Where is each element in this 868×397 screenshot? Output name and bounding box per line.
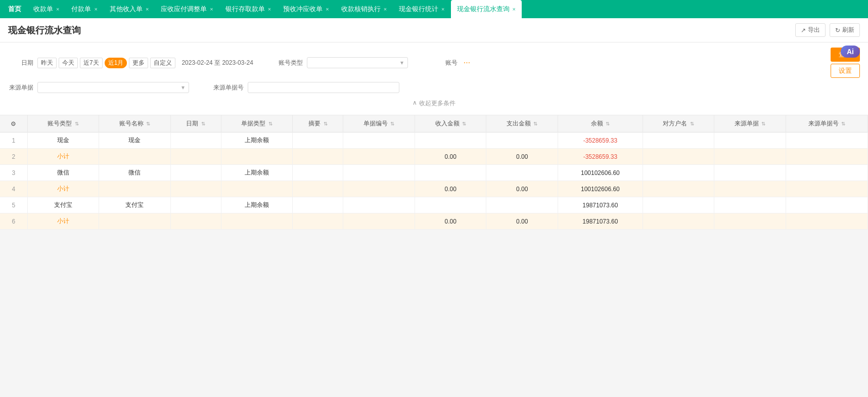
gear-icon[interactable]: ⚙ — [11, 120, 16, 127]
close-receipt-verify-icon[interactable]: × — [384, 6, 387, 12]
cell-source-doc — [714, 213, 786, 230]
nav-payment[interactable]: 付款单 × — [65, 0, 103, 18]
source-doc-label: 来源单据 — [8, 83, 33, 92]
cell-summary — [293, 213, 343, 230]
cell-summary — [293, 165, 343, 181]
table-row: 4 小计 0.00 0.00 100102606.60 — [0, 181, 868, 197]
date-label: 日期 — [8, 59, 33, 67]
sort-counterparty-icon[interactable]: ⇅ — [690, 121, 694, 126]
cell-num: 5 — [0, 197, 27, 213]
cell-income: 0.00 — [415, 181, 486, 197]
date-btn-more[interactable]: 更多 — [129, 58, 148, 68]
cell-income — [415, 165, 486, 181]
nav-receipt-verify[interactable]: 收款核销执行 × — [335, 0, 393, 18]
col-doc-no: 单据编号 ⇅ — [343, 115, 415, 133]
cell-account-name — [99, 213, 170, 230]
cell-balance: -3528659.33 — [558, 149, 643, 165]
source-doc-no-input[interactable] — [248, 82, 399, 93]
close-cash-bank-flow-icon[interactable]: × — [513, 6, 516, 12]
sort-date-icon[interactable]: ⇅ — [201, 121, 205, 126]
close-other-income-icon[interactable]: × — [146, 6, 149, 12]
collapse-up-icon: ∧ — [413, 99, 417, 108]
cell-summary — [293, 149, 343, 165]
close-cash-bank-stat-icon[interactable]: × — [441, 6, 444, 12]
close-ar-ap-icon[interactable]: × — [210, 6, 213, 12]
nav-pre-receipt[interactable]: 预收冲应收单 × — [277, 0, 335, 18]
sort-doc-no-icon[interactable]: ⇅ — [390, 121, 394, 126]
account-type-select[interactable]: ▾ — [307, 57, 408, 68]
cell-source-doc — [714, 197, 786, 213]
close-bank-deposit-icon[interactable]: × — [268, 6, 271, 12]
source-doc-select[interactable]: ▾ — [37, 82, 189, 93]
cell-counterparty — [643, 197, 714, 213]
date-btn-today[interactable]: 今天 — [59, 58, 78, 68]
sort-doc-type-icon[interactable]: ⇅ — [268, 121, 272, 126]
cell-income: 0.00 — [415, 213, 486, 230]
cell-account-type: 现金 — [27, 133, 99, 149]
data-table: ⚙ 账号类型 ⇅ 账号名称 ⇅ 日期 ⇅ 单据类型 ⇅ — [0, 115, 868, 230]
refresh-icon: ↻ — [835, 27, 840, 34]
cell-expense — [486, 165, 558, 181]
sort-account-name-icon[interactable]: ⇅ — [146, 121, 150, 126]
close-receipt-icon[interactable]: × — [56, 6, 59, 12]
col-income: 收入金额 ⇅ — [415, 115, 486, 133]
col-date: 日期 ⇅ — [170, 115, 221, 133]
sort-expense-icon[interactable]: ⇅ — [533, 121, 537, 126]
header-actions: ↗ 导出 ↻ 刷新 — [795, 23, 860, 37]
cell-num: 1 — [0, 133, 27, 149]
cell-source-doc — [714, 165, 786, 181]
sort-balance-icon[interactable]: ⇅ — [606, 121, 610, 126]
source-doc-arrow-icon: ▾ — [181, 84, 185, 91]
date-btn-yesterday[interactable]: 昨天 — [37, 58, 57, 68]
close-pre-receipt-icon[interactable]: × — [326, 6, 329, 12]
sort-source-doc-no-icon[interactable]: ⇅ — [841, 121, 845, 126]
top-nav: 首页 收款单 × 付款单 × 其他收入单 × 应收应付调整单 × 银行存取款单 … — [0, 0, 868, 18]
cell-counterparty — [643, 181, 714, 197]
cell-source-doc-no — [786, 133, 867, 149]
date-btn-custom[interactable]: 自定义 — [150, 58, 175, 68]
table-row: 1 现金 现金 上期余额 -3528659.33 — [0, 133, 868, 149]
collapse-bar[interactable]: ∧ 收起更多条件 — [8, 97, 860, 110]
cell-source-doc-no — [786, 181, 867, 197]
date-btn-1month[interactable]: 近1月 — [105, 58, 127, 68]
col-settings[interactable]: ⚙ — [0, 115, 27, 133]
date-btn-7days[interactable]: 近7天 — [80, 58, 103, 68]
cell-num: 3 — [0, 165, 27, 181]
sort-account-type-icon[interactable]: ⇅ — [75, 121, 79, 126]
cell-expense: 0.00 — [486, 213, 558, 230]
nav-receipt[interactable]: 收款单 × — [27, 0, 65, 18]
col-doc-type: 单据类型 ⇅ — [221, 115, 292, 133]
close-payment-icon[interactable]: × — [94, 6, 97, 12]
account-no-dots-button[interactable]: ··· — [462, 58, 472, 67]
cell-expense — [486, 133, 558, 149]
col-account-name: 账号名称 ⇅ — [99, 115, 170, 133]
cell-account-name — [99, 181, 170, 197]
cell-date — [170, 149, 221, 165]
export-button[interactable]: ↗ 导出 — [795, 23, 826, 37]
cell-num: 6 — [0, 213, 27, 230]
cell-date — [170, 133, 221, 149]
settings-button[interactable]: 设置 — [831, 64, 860, 78]
sort-source-doc-icon[interactable]: ⇅ — [761, 121, 765, 126]
cell-date — [170, 165, 221, 181]
cell-doc-no — [343, 133, 415, 149]
nav-bank-deposit[interactable]: 银行存取款单 × — [219, 0, 277, 18]
nav-ar-ap-adjust[interactable]: 应收应付调整单 × — [155, 0, 219, 18]
cell-source-doc — [714, 181, 786, 197]
nav-other-income[interactable]: 其他收入单 × — [104, 0, 155, 18]
refresh-button[interactable]: ↻ 刷新 — [830, 23, 860, 37]
cell-source-doc-no — [786, 165, 867, 181]
sort-income-icon[interactable]: ⇅ — [462, 121, 466, 126]
cell-doc-type — [221, 149, 292, 165]
col-source-doc-no: 来源单据号 ⇅ — [786, 115, 867, 133]
nav-home[interactable]: 首页 — [2, 0, 27, 18]
cell-account-type: 小计 — [27, 213, 99, 230]
nav-cash-bank-stat[interactable]: 现金银行统计 × — [393, 0, 450, 18]
cell-income: 0.00 — [415, 149, 486, 165]
nav-cash-bank-flow[interactable]: 现金银行流水查询 × — [451, 0, 522, 18]
sort-summary-icon[interactable]: ⇅ — [324, 121, 328, 126]
ai-badge[interactable]: Ai — [841, 46, 860, 58]
cell-date — [170, 181, 221, 197]
cell-date — [170, 213, 221, 230]
table-row: 3 微信 微信 上期余额 100102606.60 — [0, 165, 868, 181]
